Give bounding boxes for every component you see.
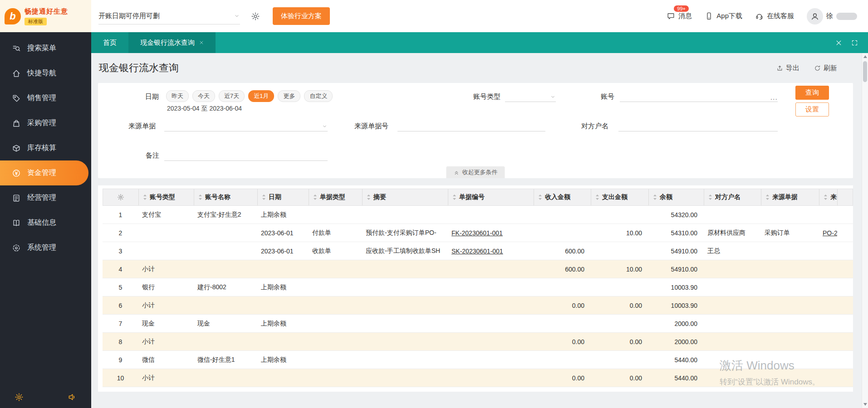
topbar-gear-icon[interactable] — [251, 12, 260, 21]
row-number: 4 — [103, 260, 138, 278]
sidebar-item-funds[interactable]: 资金管理 — [0, 160, 88, 185]
table-row[interactable]: 1支付宝支付宝-好生意2上期余额54320.00 — [103, 206, 853, 224]
collapse-filters-button[interactable]: 收起更多条件 — [446, 166, 505, 178]
sidebar-item-sales[interactable]: 销售管理 — [0, 86, 91, 111]
chip-yesterday[interactable]: 昨天 — [166, 90, 189, 102]
cell-account-name — [194, 242, 257, 260]
column-header-income-amount[interactable]: 收入金额 — [534, 189, 591, 205]
sidebar-item-basic-info[interactable]: 基础信息 — [0, 210, 91, 235]
column-header-date[interactable]: 日期 — [258, 189, 309, 205]
user-area[interactable]: 徐 — [807, 8, 857, 24]
column-header-doc-no[interactable]: 单据编号 — [448, 189, 534, 205]
row-filler — [837, 369, 853, 387]
column-header-source-doc[interactable]: 来源单据 — [761, 189, 819, 205]
cell-source-doc-no — [819, 242, 837, 260]
chip-last-month[interactable]: 近1月 — [248, 90, 274, 102]
counterparty-input[interactable] — [618, 118, 778, 131]
column-settings-gear-icon[interactable] — [103, 189, 139, 205]
table-row-subtotal[interactable]: 10小计0.000.005440.00 — [103, 369, 853, 387]
speaker-icon[interactable] — [68, 393, 77, 402]
sidebar-item-label: 采购管理 — [27, 118, 56, 128]
sidebar-item-search-menu[interactable]: 搜索菜单 — [0, 36, 91, 61]
workspace-select[interactable]: 开账日期可停用可删 — [98, 8, 240, 24]
column-header-balance[interactable]: 余额 — [649, 189, 704, 205]
source-doc-select[interactable] — [164, 118, 328, 131]
cell-income-amount — [534, 315, 591, 332]
account-type-select[interactable] — [505, 88, 556, 102]
sidebar-item-label: 经营管理 — [27, 193, 56, 203]
cell-income-amount: 600.00 — [534, 260, 591, 278]
table-row[interactable]: 32023-06-01收款单应收款-手工填制收款单SHSK-20230601-0… — [103, 242, 853, 260]
scrollbar-thumb[interactable] — [863, 61, 867, 82]
filter-settings-button[interactable]: 设置 — [795, 102, 829, 117]
sidebar-item-inventory[interactable]: 库存核算 — [0, 136, 91, 160]
row-filler — [837, 296, 853, 314]
cell-account-type — [138, 242, 194, 260]
cell-source-doc-no: PO-2 — [819, 224, 837, 242]
tab-close-icon[interactable] — [199, 40, 204, 45]
cell-summary — [362, 206, 448, 223]
sidebar-item-label: 基础信息 — [27, 218, 56, 228]
industry-solution-button[interactable]: 体验行业方案 — [273, 7, 330, 25]
chip-today[interactable]: 今天 — [192, 90, 215, 102]
online-support-button[interactable]: 在线客服 — [755, 12, 794, 20]
row-number: 2 — [103, 224, 138, 242]
sidebar-item-business[interactable]: 经营管理 — [0, 185, 91, 210]
remark-input[interactable] — [164, 147, 328, 161]
app-download-button[interactable]: App下载 — [705, 12, 742, 20]
chip-more[interactable]: 更多 — [278, 90, 300, 102]
account-more-button[interactable]: ... — [770, 95, 778, 100]
chip-last-7-days[interactable]: 近7天 — [219, 90, 245, 102]
scroll-down-icon[interactable] — [863, 403, 867, 406]
table-row-subtotal[interactable]: 4小计600.0010.0054910.00 — [103, 260, 853, 278]
message-bubble-icon — [667, 12, 675, 20]
table-row[interactable]: 9微信微信-好生意1上期余额5440.00 — [103, 351, 853, 369]
settings-gear-icon[interactable] — [15, 393, 24, 402]
workspace-label: 开账日期可停用可删 — [98, 12, 160, 20]
column-header-counterparty[interactable]: 对方户名 — [704, 189, 761, 205]
cell-source-doc — [761, 206, 819, 223]
source-doc-no-link[interactable]: PO-2 — [823, 229, 837, 237]
table-row[interactable]: 7现金现金上期余额2000.00 — [103, 315, 853, 333]
fullscreen-icon[interactable] — [851, 39, 858, 46]
sort-icon — [765, 194, 770, 200]
cell-source-doc-no — [819, 260, 837, 278]
table-row[interactable]: 5银行建行-8002上期余额10003.90 — [103, 278, 853, 296]
messages-button[interactable]: 99+ 消息 — [667, 12, 692, 20]
chip-custom[interactable]: 自定义 — [304, 90, 333, 102]
query-button[interactable]: 查询 — [795, 86, 829, 100]
sidebar-item-purchase[interactable]: 采购管理 — [0, 111, 91, 136]
row-number: 6 — [103, 296, 138, 314]
user-name: 徐 — [826, 12, 833, 20]
column-header-account-name[interactable]: 账号名称 — [194, 189, 258, 205]
source-doc-no-input[interactable] — [397, 118, 545, 131]
column-header-doc-type[interactable]: 单据类型 — [309, 189, 363, 205]
cell-source-doc-no — [819, 206, 837, 223]
doc-no-link[interactable]: FK-20230601-001 — [451, 229, 503, 237]
sidebar-item-label: 销售管理 — [27, 93, 56, 103]
sidebar-item-system[interactable]: 系统管理 — [0, 235, 91, 260]
sort-icon — [452, 194, 457, 200]
column-header-summary[interactable]: 摘要 — [363, 189, 448, 205]
table-row-subtotal[interactable]: 6小计0.000.0010003.90 — [103, 296, 853, 315]
table-row[interactable]: 22023-06-01付款单预付款-支付采购订单PO-FK-20230601-0… — [103, 224, 853, 242]
cell-account-type: 小计 — [138, 296, 194, 314]
account-input[interactable]: ... — [620, 88, 778, 102]
export-button[interactable]: 导出 — [776, 64, 799, 73]
doc-no-link[interactable]: SK-20230601-001 — [451, 248, 503, 255]
column-header-source-doc-no[interactable]: 来 — [819, 189, 838, 205]
account-label: 账号 — [601, 92, 614, 101]
refresh-button[interactable]: 刷新 — [814, 64, 837, 73]
sidebar-item-quick-nav[interactable]: 快捷导航 — [0, 61, 91, 86]
scroll-up-icon[interactable] — [863, 55, 867, 58]
avatar[interactable] — [807, 8, 823, 24]
source-doc-label: 来源单据 — [128, 122, 156, 131]
column-header-expense-amount[interactable]: 支出金额 — [591, 189, 649, 205]
tab-home[interactable]: 首页 — [91, 32, 128, 53]
cell-expense-amount — [591, 351, 648, 369]
table-row-subtotal[interactable]: 8小计0.000.002000.00 — [103, 333, 853, 351]
vertical-scrollbar[interactable] — [862, 53, 868, 408]
tab-cash-bank-flow[interactable]: 现金银行流水查询 — [128, 32, 216, 53]
column-header-account-type[interactable]: 账号类型 — [139, 189, 194, 205]
close-all-tabs-icon[interactable] — [835, 39, 842, 46]
